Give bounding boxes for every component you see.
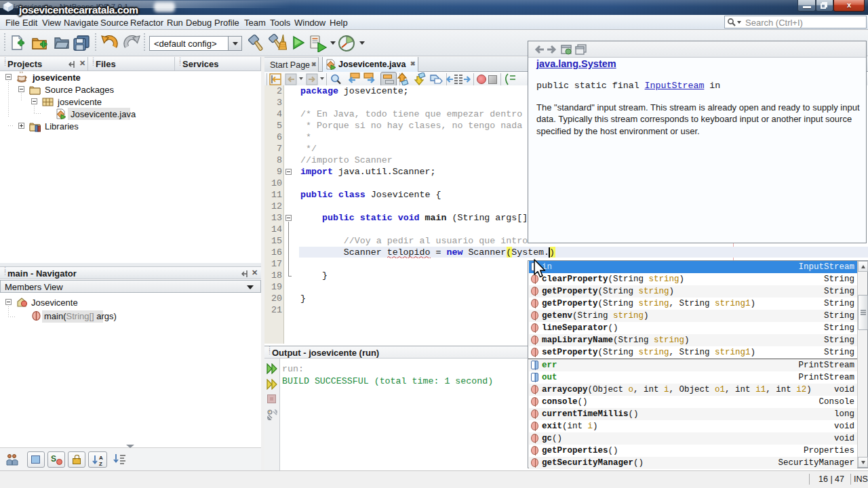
svg-text:Z: Z xyxy=(99,461,102,466)
svg-text:A: A xyxy=(99,455,103,461)
